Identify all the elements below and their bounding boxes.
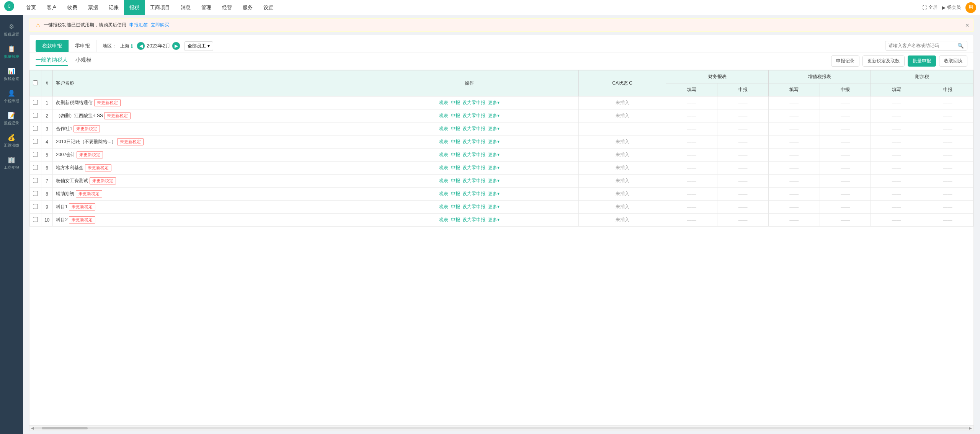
row-finance-declare: —— xyxy=(717,201,769,214)
row-more-button[interactable]: 更多▾ xyxy=(488,165,500,170)
row-checkbox[interactable] xyxy=(33,178,38,183)
nav-manage[interactable]: 管理 xyxy=(196,0,217,15)
row-declare-link[interactable]: 申报 xyxy=(451,191,460,196)
row-tax-fill: —— xyxy=(768,109,820,122)
row-declare-link[interactable]: 申报 xyxy=(451,178,460,183)
row-tax-fill: —— xyxy=(768,162,820,175)
row-more-button[interactable]: 更多▾ xyxy=(488,152,500,157)
row-declare-link[interactable]: 申报 xyxy=(451,152,460,157)
next-month-button[interactable]: ▶ xyxy=(172,42,180,50)
member-button[interactable]: ▶ 畅会员 xyxy=(942,4,961,11)
row-checkbox[interactable] xyxy=(33,152,38,157)
scrollbar-track[interactable] xyxy=(34,427,969,429)
nav-billing[interactable]: 收费 xyxy=(62,0,83,15)
row-checkbox[interactable] xyxy=(33,204,38,209)
prev-month-button[interactable]: ◀ xyxy=(137,42,145,50)
row-checkbox[interactable] xyxy=(33,191,38,196)
info-icon[interactable]: ℹ xyxy=(131,43,133,49)
row-set-zero-link[interactable]: 设为零申报 xyxy=(462,152,485,157)
row-tax-table-link[interactable]: 税表 xyxy=(439,100,448,105)
nav-accounting[interactable]: 记账 xyxy=(103,0,124,15)
retrieve-receipt-button[interactable]: 收取回执 xyxy=(939,55,967,67)
row-set-zero-link[interactable]: 设为零申报 xyxy=(462,204,485,209)
row-declare-link[interactable]: 申报 xyxy=(451,126,460,131)
row-checkbox[interactable] xyxy=(33,126,38,131)
scroll-right-arrow[interactable]: ▶ xyxy=(969,426,972,430)
row-operations: 税表 申报 设为零申报 更多▾ xyxy=(360,122,579,135)
row-more-button[interactable]: 更多▾ xyxy=(488,204,500,209)
row-set-zero-link[interactable]: 设为零申报 xyxy=(462,165,485,170)
row-more-button[interactable]: 更多▾ xyxy=(488,113,500,118)
scroll-left-arrow[interactable]: ◀ xyxy=(31,426,34,430)
page-container: 税款申报 零申报 地区： 上海 ℹ ◀ 2023年2月 ▶ 全部员工 xyxy=(29,35,974,431)
sidebar-item-tax-settings[interactable]: ⚙ 报税设置 xyxy=(0,18,23,41)
row-tax-table-link[interactable]: 税表 xyxy=(439,152,448,157)
row-declare-link[interactable]: 申报 xyxy=(451,204,460,209)
row-declare-link[interactable]: 申报 xyxy=(451,100,460,105)
sub-tabs: 一般的纳税人 小规模 xyxy=(36,57,91,66)
row-checkbox[interactable] xyxy=(33,100,38,105)
sidebar-item-annual-report[interactable]: 🏢 工商年报 xyxy=(0,152,23,174)
row-set-zero-link[interactable]: 设为零申报 xyxy=(462,178,485,183)
row-tax-table-link[interactable]: 税表 xyxy=(439,165,448,170)
row-set-zero-link[interactable]: 设为零申报 xyxy=(462,126,485,131)
batch-declare-button[interactable]: 批量申报 xyxy=(908,55,936,67)
update-tax-button[interactable]: 更新税定及取数 xyxy=(862,55,905,67)
row-checkbox[interactable] xyxy=(33,217,38,222)
nav-message[interactable]: 消息 xyxy=(175,0,196,15)
row-tax-table-link[interactable]: 税表 xyxy=(439,139,448,144)
row-more-button[interactable]: 更多▾ xyxy=(488,100,500,105)
row-tax-table-link[interactable]: 税表 xyxy=(439,178,448,183)
row-tax-table-link[interactable]: 税表 xyxy=(439,191,448,196)
horizontal-scrollbar[interactable]: ◀ ▶ xyxy=(29,425,973,431)
row-checkbox[interactable] xyxy=(33,165,38,170)
row-declare-link[interactable]: 申报 xyxy=(451,113,460,118)
row-declare-link[interactable]: 申报 xyxy=(451,217,460,222)
row-more-button[interactable]: 更多▾ xyxy=(488,191,500,196)
select-all-checkbox[interactable] xyxy=(33,80,38,85)
row-more-button[interactable]: 更多▾ xyxy=(488,217,500,222)
nav-home[interactable]: 首页 xyxy=(21,0,41,15)
sidebar-item-tax-overview[interactable]: 📊 报税总览 xyxy=(0,63,23,85)
row-declare-link[interactable]: 申报 xyxy=(451,165,460,170)
row-declare-link[interactable]: 申报 xyxy=(451,139,460,144)
row-tax-table-link[interactable]: 税表 xyxy=(439,217,448,222)
sidebar-item-batch-tax[interactable]: 📋 批量报税 xyxy=(0,41,23,63)
row-set-zero-link[interactable]: 设为零申报 xyxy=(462,113,485,118)
tab-tax-declare[interactable]: 税款申报 xyxy=(36,40,69,52)
banner-link-declaration[interactable]: 申报汇签 xyxy=(129,22,148,28)
sub-tab-small[interactable]: 小规模 xyxy=(75,57,91,66)
search-input[interactable] xyxy=(885,41,954,50)
sidebar-item-tax-records[interactable]: 📝 报税记录 xyxy=(0,107,23,129)
row-set-zero-link[interactable]: 设为零申报 xyxy=(462,139,485,144)
row-set-zero-link[interactable]: 设为零申报 xyxy=(462,217,485,222)
avatar[interactable]: 用 xyxy=(965,2,976,13)
row-tax-table-link[interactable]: 税表 xyxy=(439,113,448,118)
row-tax-table-link[interactable]: 税表 xyxy=(439,204,448,209)
row-more-button[interactable]: 更多▾ xyxy=(488,139,500,144)
nav-invoice[interactable]: 票据 xyxy=(83,0,103,15)
banner-link-buy[interactable]: 立即购买 xyxy=(151,22,169,28)
sub-tab-general[interactable]: 一般的纳税人 xyxy=(36,57,68,66)
row-more-button[interactable]: 更多▾ xyxy=(488,178,500,183)
nav-settings[interactable]: 设置 xyxy=(258,0,279,15)
banner-close-button[interactable]: ✕ xyxy=(965,22,970,28)
search-button[interactable]: 🔍 xyxy=(954,41,967,50)
nav-service[interactable]: 服务 xyxy=(237,0,258,15)
row-set-zero-link[interactable]: 设为零申报 xyxy=(462,100,485,105)
row-checkbox[interactable] xyxy=(33,139,38,144)
nav-client[interactable]: 客户 xyxy=(41,0,62,15)
sidebar-item-personal-tax[interactable]: 👤 个税申报 xyxy=(0,85,23,107)
fullscreen-button[interactable]: ⛶ 全屏 xyxy=(922,4,938,11)
row-tax-table-link[interactable]: 税表 xyxy=(439,126,448,131)
row-more-button[interactable]: 更多▾ xyxy=(488,126,500,131)
staff-select[interactable]: 全部员工 ▾ xyxy=(184,41,213,51)
tab-zero-declare[interactable]: 零申报 xyxy=(69,40,96,52)
declare-records-button[interactable]: 申报记录 xyxy=(831,55,859,67)
row-set-zero-link[interactable]: 设为零申报 xyxy=(462,191,485,196)
sidebar-item-annual-clearing[interactable]: 💰 汇算清缴 xyxy=(0,129,23,152)
nav-operation[interactable]: 经营 xyxy=(217,0,237,15)
row-checkbox[interactable] xyxy=(33,113,38,118)
nav-business[interactable]: 工商项目 xyxy=(145,0,175,15)
nav-tax[interactable]: 报税 xyxy=(124,0,145,15)
